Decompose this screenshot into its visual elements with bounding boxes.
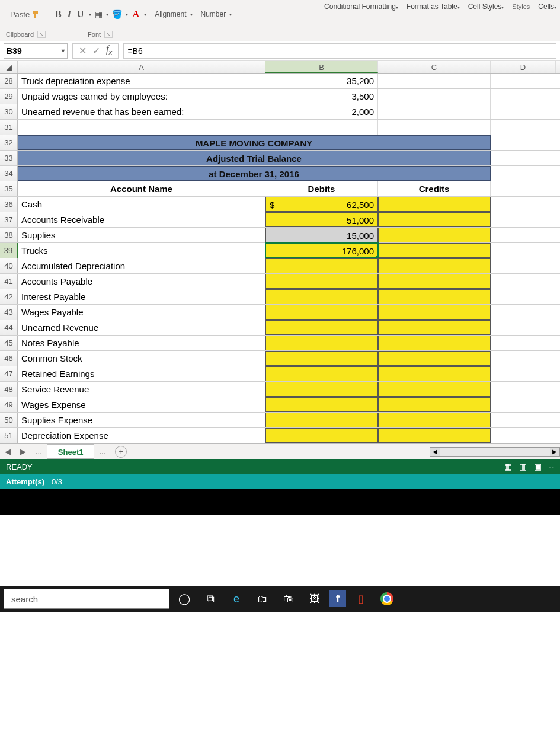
- title-cell[interactable]: MAPLE MOVING COMPANY: [18, 135, 491, 150]
- row-header-42[interactable]: 42: [0, 289, 18, 304]
- cell-a[interactable]: Unearned Revenue: [18, 320, 265, 335]
- cell-b[interactable]: [265, 428, 378, 443]
- cell-a[interactable]: Unpaid wages earned by employees:: [18, 89, 265, 104]
- cell-a[interactable]: Cash: [18, 197, 265, 212]
- name-box[interactable]: B39 ▾: [4, 43, 68, 59]
- row-header-46[interactable]: 46: [0, 351, 18, 366]
- cell-a[interactable]: Accounts Receivable: [18, 212, 265, 227]
- cell-c[interactable]: [378, 305, 491, 320]
- scroll-right-icon[interactable]: ▶: [550, 448, 559, 456]
- file-explorer-icon[interactable]: 🗂: [251, 588, 274, 610]
- cancel-icon[interactable]: ✕: [79, 45, 87, 56]
- cell-styles-button[interactable]: Cell Styles▾: [468, 2, 504, 12]
- cell-b[interactable]: [265, 305, 378, 320]
- cell-c[interactable]: [378, 336, 491, 350]
- cell-c[interactable]: [378, 212, 491, 227]
- row-header-28[interactable]: 28: [0, 74, 18, 88]
- border-dropdown-icon[interactable]: ▾: [106, 12, 108, 17]
- column-header-b[interactable]: B: [265, 61, 378, 73]
- cell-b[interactable]: [265, 382, 378, 397]
- fill-dropdown-icon[interactable]: ▾: [126, 12, 128, 17]
- cell-a[interactable]: Depreciation Expense: [18, 428, 265, 443]
- font-launcher-icon[interactable]: ⤡: [104, 31, 113, 38]
- row-header-49[interactable]: 49: [0, 397, 18, 412]
- cell-a[interactable]: Supplies: [18, 228, 265, 242]
- tab-next-icon[interactable]: ▶: [15, 447, 31, 456]
- tab-sheet1[interactable]: Sheet1: [47, 444, 95, 459]
- cell-b[interactable]: 176,000: [265, 243, 378, 258]
- page-layout-view-icon[interactable]: ▥: [519, 462, 527, 471]
- store-icon[interactable]: 🛍: [277, 588, 300, 610]
- cell-a[interactable]: [18, 120, 265, 135]
- alignment-dropdown-icon[interactable]: ▾: [190, 12, 193, 17]
- row-header-38[interactable]: 38: [0, 228, 18, 242]
- underline-dropdown-icon[interactable]: ▾: [89, 12, 91, 17]
- cell-c[interactable]: [378, 243, 491, 258]
- taskbar-search[interactable]: search: [4, 589, 169, 609]
- cell-b[interactable]: [265, 274, 378, 289]
- row-header-37[interactable]: 37: [0, 212, 18, 227]
- row-header-50[interactable]: 50: [0, 413, 18, 427]
- tab-prev-icon[interactable]: ◀: [0, 447, 15, 456]
- cell-b[interactable]: 2,000: [265, 104, 378, 119]
- title-cell[interactable]: at December 31, 2016: [18, 166, 491, 181]
- row-header-45[interactable]: 45: [0, 336, 18, 350]
- format-as-table-button[interactable]: Format as Table▾: [407, 2, 460, 12]
- cell-b[interactable]: [265, 336, 378, 350]
- enter-icon[interactable]: ✓: [92, 45, 100, 56]
- row-header-36[interactable]: 36: [0, 197, 18, 212]
- border-button[interactable]: ▦: [95, 9, 103, 19]
- row-header-35[interactable]: 35: [0, 181, 18, 196]
- formula-input[interactable]: =B6: [123, 43, 556, 59]
- row-header-41[interactable]: 41: [0, 274, 18, 289]
- font-color-dropdown-icon[interactable]: ▾: [144, 12, 146, 17]
- row-header-31[interactable]: 31: [0, 120, 18, 135]
- cell-c[interactable]: [378, 320, 491, 335]
- new-sheet-button[interactable]: +: [115, 446, 127, 458]
- page-break-view-icon[interactable]: ▣: [534, 462, 542, 471]
- paste-button[interactable]: Paste: [8, 8, 44, 20]
- cell-a[interactable]: Retained Earnings: [18, 366, 265, 381]
- row-header-33[interactable]: 33: [0, 151, 18, 165]
- cell-c[interactable]: [378, 428, 491, 443]
- photos-icon[interactable]: 🖼: [303, 588, 326, 610]
- cell-b[interactable]: [265, 397, 378, 412]
- cell-b[interactable]: [265, 289, 378, 304]
- number-button[interactable]: Number: [201, 10, 226, 18]
- column-header-c[interactable]: C: [378, 61, 491, 73]
- row-header-51[interactable]: 51: [0, 428, 18, 443]
- tab-dots-left[interactable]: ...: [31, 447, 47, 456]
- cell-a[interactable]: Accounts Payable: [18, 274, 265, 289]
- row-header-29[interactable]: 29: [0, 89, 18, 104]
- normal-view-icon[interactable]: ▦: [504, 462, 512, 471]
- cell-b[interactable]: [265, 320, 378, 335]
- cell-c[interactable]: [378, 120, 491, 135]
- cell-c[interactable]: [378, 366, 491, 381]
- cells-button[interactable]: Cells▾: [538, 2, 556, 12]
- row-header-40[interactable]: 40: [0, 258, 18, 273]
- row-header-44[interactable]: 44: [0, 320, 18, 335]
- cell-c[interactable]: [378, 89, 491, 104]
- cell-a[interactable]: Wages Payable: [18, 305, 265, 320]
- underline-button[interactable]: U: [76, 9, 85, 20]
- cell-a[interactable]: Notes Payable: [18, 336, 265, 350]
- alignment-button[interactable]: Alignment: [155, 10, 186, 18]
- chrome-icon[interactable]: [376, 588, 398, 610]
- name-box-dropdown-icon[interactable]: ▾: [62, 47, 65, 54]
- cell-b[interactable]: 3,500: [265, 89, 378, 104]
- cell-c[interactable]: [378, 197, 491, 212]
- edge-icon[interactable]: e: [225, 588, 248, 610]
- cell-c[interactable]: [378, 258, 491, 273]
- header-cell[interactable]: Account Name: [18, 181, 265, 196]
- font-color-button[interactable]: A: [132, 9, 141, 20]
- cell-a[interactable]: Unearned revenue that has been earned:: [18, 104, 265, 119]
- column-header-a[interactable]: A: [18, 61, 265, 73]
- cell-c[interactable]: [378, 397, 491, 412]
- cell-c[interactable]: [378, 104, 491, 119]
- cell-b[interactable]: $62,500: [265, 197, 378, 212]
- row-header-34[interactable]: 34: [0, 166, 18, 181]
- cell-b[interactable]: 15,000: [265, 228, 378, 242]
- cell-b[interactable]: 35,200: [265, 74, 378, 88]
- row-header-47[interactable]: 47: [0, 366, 18, 381]
- italic-button[interactable]: I: [66, 9, 72, 20]
